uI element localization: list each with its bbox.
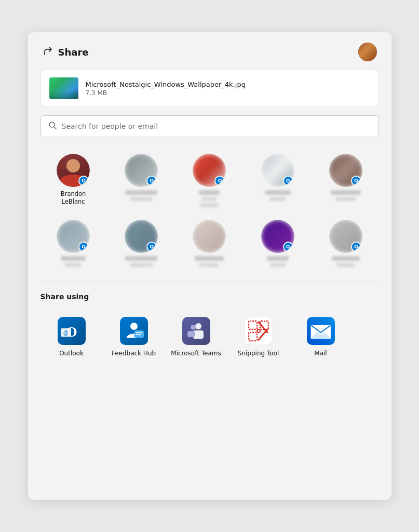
contact-item[interactable]: O — [109, 216, 174, 271]
contact-badge: O — [146, 242, 157, 252]
app-item-outlook[interactable]: O @ Outlook — [40, 311, 103, 363]
contact-item[interactable]: O — [177, 150, 242, 211]
contact-name-blurred — [315, 190, 376, 201]
avatar[interactable] — [358, 43, 377, 61]
contact-badge: O — [146, 176, 157, 186]
contact-item[interactable]: O — [313, 216, 379, 271]
file-thumbnail — [49, 77, 78, 99]
app-name-snipping-tool: Snipping Tool — [238, 350, 279, 358]
contacts-grid: O BrandonLeBlanc O O — [28, 148, 391, 282]
contact-item[interactable] — [177, 216, 242, 271]
contact-badge: O — [351, 242, 361, 252]
contact-item[interactable]: O — [245, 216, 310, 271]
teams-icon — [182, 316, 211, 345]
svg-text:@: @ — [63, 330, 69, 336]
contact-item[interactable]: O — [40, 216, 106, 271]
contact-badge: O — [214, 176, 225, 186]
snipping-tool-icon — [244, 316, 273, 345]
svg-line-1 — [54, 127, 56, 129]
contact-avatar: O — [57, 220, 90, 253]
header: Share — [28, 32, 391, 70]
share-using-title: Share using — [40, 292, 379, 301]
svg-point-14 — [191, 325, 196, 330]
contact-name-blurred — [111, 256, 172, 267]
contact-name-blurred — [179, 256, 240, 267]
app-item-snipping-tool[interactable]: Snipping Tool — [227, 311, 290, 363]
app-name-outlook: Outlook — [59, 350, 84, 358]
share-icon — [43, 46, 53, 58]
contact-avatar: O — [329, 220, 362, 253]
contact-badge: O — [283, 176, 293, 186]
svg-rect-8 — [134, 330, 144, 338]
contact-name-blurred — [247, 190, 308, 201]
app-item-feedback-hub[interactable]: Feedback Hub — [103, 311, 165, 363]
svg-point-12 — [195, 323, 201, 329]
mail-icon — [306, 316, 335, 345]
contact-badge: O — [283, 242, 293, 252]
share-panel: Share Microsoft_Nostalgic_Windows_Wallpa… — [28, 32, 391, 500]
contact-avatar: O — [125, 220, 158, 253]
file-size: 7.3 MB — [86, 89, 246, 97]
contact-avatar: O — [193, 154, 226, 187]
file-info: Microsoft_Nostalgic_Windows_Wallpaper_4k… — [86, 81, 246, 97]
avatar-image — [358, 43, 377, 61]
contact-item[interactable]: O BrandonLeBlanc — [40, 150, 106, 211]
svg-rect-15 — [187, 331, 195, 337]
contact-badge: O — [351, 176, 361, 186]
app-name-mail: Mail — [314, 350, 327, 358]
file-card: Microsoft_Nostalgic_Windows_Wallpaper_4k… — [40, 70, 379, 107]
contact-name-blurred — [247, 256, 308, 267]
contact-avatar: O — [329, 154, 362, 187]
header-title: Share — [58, 47, 89, 58]
search-icon — [48, 121, 57, 131]
svg-point-22 — [258, 330, 260, 332]
contact-avatar — [193, 220, 226, 253]
search-input[interactable] — [62, 122, 371, 130]
contact-name-blurred — [179, 190, 240, 207]
contact-item[interactable]: O — [109, 150, 174, 211]
divider — [40, 282, 379, 282]
contact-name-blurred — [315, 256, 376, 267]
contact-item[interactable]: O — [245, 150, 310, 211]
outlook-icon: O @ — [57, 316, 86, 345]
contact-item[interactable]: O — [313, 150, 379, 211]
app-name-feedback-hub: Feedback Hub — [112, 350, 156, 358]
contact-avatar: O — [261, 220, 294, 253]
app-item-microsoft-teams[interactable]: Microsoft Teams — [165, 311, 227, 363]
contact-avatar: O — [57, 154, 90, 187]
contact-name: BrandonLeBlanc — [61, 190, 86, 206]
search-bar[interactable] — [40, 115, 379, 137]
apps-grid: O @ Outlook — [40, 311, 379, 363]
header-left: Share — [43, 46, 89, 58]
app-item-mail[interactable]: Mail — [290, 311, 352, 363]
file-name: Microsoft_Nostalgic_Windows_Wallpaper_4k… — [86, 81, 246, 88]
feedback-hub-icon — [119, 316, 148, 345]
contact-badge: O — [78, 242, 89, 252]
contact-name-blurred — [111, 190, 172, 201]
contact-name-blurred — [43, 256, 104, 267]
svg-rect-6 — [120, 317, 148, 345]
contact-badge: O — [78, 176, 89, 186]
share-using-section: Share using O @ — [28, 292, 391, 363]
contact-avatar: O — [261, 154, 294, 187]
svg-point-7 — [130, 323, 138, 330]
app-name-teams: Microsoft Teams — [171, 350, 221, 358]
contact-avatar: O — [125, 154, 158, 187]
